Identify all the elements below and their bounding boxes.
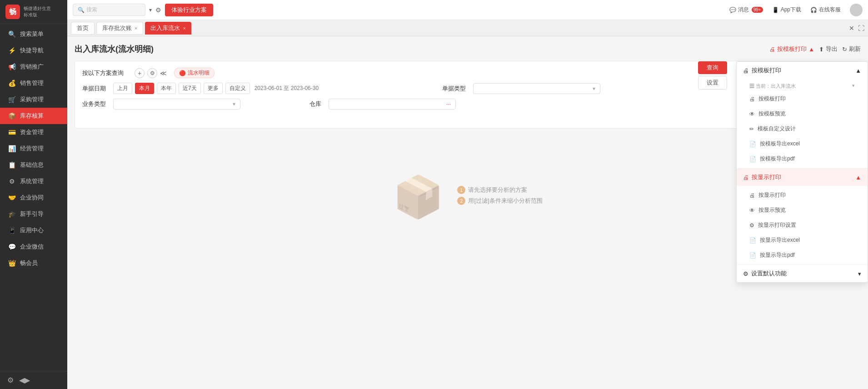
template-excel-item[interactable]: 📄 按模板导出excel (737, 136, 868, 151)
sidebar-item-quick[interactable]: ⚡快捷导航 (0, 42, 67, 59)
date-btn-本月[interactable]: 本月 (135, 83, 154, 94)
tab-batch[interactable]: 库存批次账× (96, 22, 143, 35)
doc-type-chevron: ▾ (593, 85, 595, 92)
message-item[interactable]: 💬 消息 99+ (729, 6, 763, 14)
filter-setting-btn[interactable]: ⚙ (147, 68, 157, 78)
business-type-select[interactable]: ▾ (113, 99, 240, 110)
template-print-header[interactable]: 🖨 按模板打印 ▲ (737, 62, 868, 79)
display-excel-icon: 📄 (749, 237, 756, 244)
sidebar-icon-system: ⚙ (7, 178, 16, 185)
sidebar-icon-collab: 🤝 (7, 194, 16, 201)
filter-tag: 🔴 流水明细 (174, 68, 215, 78)
template-custom-item[interactable]: ✏ 模板自定义设计 (737, 121, 868, 136)
display-pdf-icon: 📄 (749, 252, 756, 259)
template-print-item[interactable]: 🖨 按模板打印 (737, 91, 868, 106)
template-preview-item[interactable]: 👁 按模板预览 (737, 106, 868, 121)
sidebar-icon-basic: 📋 (7, 161, 16, 169)
sidebar-item-inventory[interactable]: 📦库存核算 (0, 108, 67, 124)
collapse-sidebar-icon[interactable]: ◀▶ (19, 376, 30, 384)
sidebar-item-member[interactable]: 👑畅会员 (0, 255, 67, 271)
template-pdf-item[interactable]: 📄 按模板导出pdf (737, 151, 868, 166)
sidebar-item-wechat[interactable]: 💬企业微信 (0, 239, 67, 255)
tab-home[interactable]: 首页 (71, 22, 95, 35)
sidebar-item-finance[interactable]: 💳资金管理 (0, 124, 67, 140)
date-btn-近7天[interactable]: 近7天 (179, 83, 201, 94)
sidebar-item-guide[interactable]: 🎓新手引导 (0, 206, 67, 222)
date-btn-上月[interactable]: 上月 (113, 83, 132, 94)
tab-expand-icon[interactable]: ⛶ (858, 25, 864, 32)
sidebar-label-wechat: 企业微信 (20, 243, 44, 251)
filter-collapse-icon[interactable]: ≪ (160, 70, 167, 77)
display-print-header[interactable]: 🖨 按显示打印 ▲ (737, 169, 868, 186)
dropdown-panel: 🖨 按模板打印 ▲ ☰ 当前：出入库流水 ▾ 🖨 按模板打印 (736, 61, 868, 283)
topbar-gear-icon[interactable]: ⚙ (155, 6, 161, 14)
sidebar-label-system: 系统管理 (20, 177, 44, 185)
tab-label-flow: 出入库流水 (150, 24, 180, 32)
sidebar-label-basic: 基础信息 (20, 161, 44, 169)
date-btn-自定义[interactable]: 自定义 (225, 83, 250, 94)
query-btn[interactable]: 查询 (698, 61, 727, 74)
filter-add-btn[interactable]: + (135, 68, 145, 78)
sidebar-item-system[interactable]: ⚙系统管理 (0, 173, 67, 190)
online-service-item[interactable]: 🎧 在线客服 (810, 6, 841, 14)
sidebar-icon-wechat: 💬 (7, 243, 16, 250)
default-chevron: ▾ (858, 270, 861, 277)
sidebar-item-sales[interactable]: 💰销售管理 (0, 75, 67, 91)
tab-label-home: 首页 (77, 24, 89, 32)
user-avatar[interactable] (850, 4, 863, 16)
trial-btn[interactable]: 体验行业方案 (165, 4, 213, 16)
display-preview-item[interactable]: 👁 按显示预览 (737, 203, 868, 218)
excel-icon: 📄 (749, 141, 756, 147)
default-section-header[interactable]: ⚙ 设置默认功能 ▾ (737, 265, 868, 282)
sidebar-icon-apps: 📱 (7, 227, 16, 234)
doc-type-select[interactable]: ▾ (473, 83, 600, 94)
sidebar-icon-member: 👑 (7, 259, 16, 267)
template-print-btn[interactable]: 🖨 按模板打印 ▲ (769, 45, 814, 53)
current-label: ☰ 当前：出入库流水 ▾ (737, 81, 868, 91)
sidebar-icon-marketing: 📢 (7, 63, 16, 70)
topbar-dropdown-arrow[interactable]: ▾ (149, 7, 152, 13)
sidebar-item-search[interactable]: 🔍搜索菜单 (0, 26, 67, 42)
sidebar-icon-operation: 📊 (7, 145, 16, 152)
page-title: 出入库流水(流水明细) (75, 44, 154, 55)
tab-close-batch[interactable]: × (135, 25, 137, 31)
settings-icon[interactable]: ⚙ (7, 376, 14, 384)
setting-result-btn[interactable]: 设置 (698, 76, 727, 90)
sidebar-item-operation[interactable]: 📊经营管理 (0, 140, 67, 157)
tabbar: 首页库存批次账×出入库流水× ✕ ⛶ (67, 20, 868, 36)
print-icon: 🖨 (749, 96, 755, 102)
sidebar-label-finance: 资金管理 (20, 128, 44, 136)
tab-close-flow[interactable]: × (183, 25, 185, 31)
tab-flow[interactable]: 出入库流水× (145, 22, 191, 35)
sidebar-item-basic[interactable]: 📋基础信息 (0, 157, 67, 173)
template-print-section: 🖨 按模板打印 ▲ ☰ 当前：出入库流水 ▾ 🖨 按模板打印 (737, 62, 868, 169)
design-icon: ✏ (749, 126, 754, 132)
display-pdf-item[interactable]: 📄 按显示导出pdf (737, 248, 868, 263)
display-print-item[interactable]: 🖨 按显示打印 (737, 188, 868, 203)
display-excel-item[interactable]: 📄 按显示导出excel (737, 233, 868, 248)
refresh-btn[interactable]: ↻ 刷新 (842, 45, 861, 53)
display-print-section: 🖨 按显示打印 ▲ 🖨 按显示打印 👁 按显示预览 ⚙ (737, 169, 868, 265)
tab-close-window-icon[interactable]: ✕ (849, 25, 854, 32)
sidebar-item-marketing[interactable]: 📢营销推广 (0, 59, 67, 75)
display-settings-item[interactable]: ⚙ 按显示打印设置 (737, 218, 868, 233)
page-content: 出入库流水(流水明细) 🖨 按模板打印 ▲ ⬆ 导出 ↻ 刷新 (67, 36, 868, 389)
date-btn-本年[interactable]: 本年 (157, 83, 176, 94)
export-btn[interactable]: ⬆ 导出 (819, 45, 838, 53)
app-download-item[interactable]: 📱 App下载 (772, 6, 801, 14)
topbar-search[interactable]: 🔍 搜索 (73, 4, 145, 16)
sidebar-item-apps[interactable]: 📱应用中心 (0, 222, 67, 239)
sidebar-label-apps: 应用中心 (20, 226, 44, 234)
sidebar: 畅 畅捷通好生意 标准版 🔍搜索菜单⚡快捷导航📢营销推广💰销售管理🛒采购管理📦库… (0, 0, 67, 389)
tabbar-right: ✕ ⛶ (849, 25, 864, 32)
preview-icon: 👁 (749, 111, 755, 117)
warehouse-select[interactable]: ··· (329, 99, 456, 110)
sidebar-label-marketing: 营销推广 (20, 63, 44, 71)
sidebar-label-inventory: 库存核算 (20, 112, 44, 120)
message-icon: 💬 (729, 7, 736, 13)
sidebar-item-purchase[interactable]: 🛒采购管理 (0, 91, 67, 108)
printer-section-icon: 🖨 (743, 67, 749, 74)
date-btn-更多[interactable]: 更多 (204, 83, 223, 94)
sidebar-item-collab[interactable]: 🤝企业协同 (0, 190, 67, 206)
page-actions: 🖨 按模板打印 ▲ ⬆ 导出 ↻ 刷新 (769, 45, 861, 53)
